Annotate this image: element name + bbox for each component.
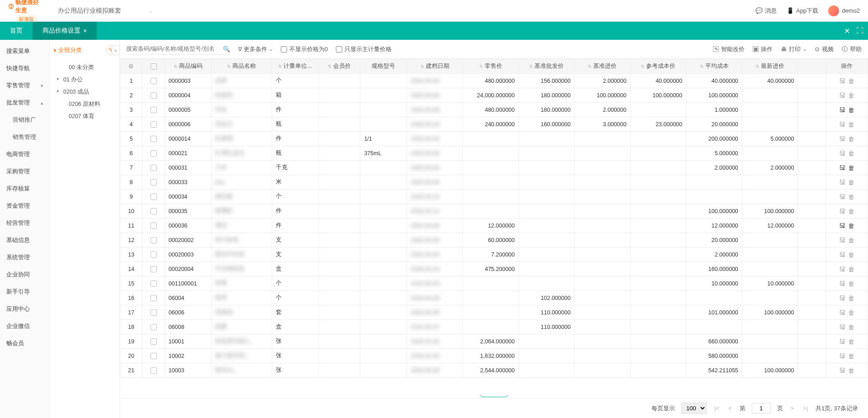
cell-latest[interactable]: 12.000000 bbox=[742, 218, 798, 233]
cell-spec[interactable] bbox=[360, 247, 407, 262]
cell-name[interactable]: 测试 bbox=[211, 218, 272, 233]
cell-unit[interactable]: 千克 bbox=[272, 161, 318, 175]
sidebar-item[interactable]: 新手引导 bbox=[0, 283, 49, 300]
cell-avgcost[interactable]: 2.000000 bbox=[686, 161, 742, 175]
cell-retail[interactable] bbox=[462, 132, 519, 146]
col-date[interactable]: 建档日期 bbox=[407, 59, 463, 74]
cell-latest[interactable] bbox=[742, 320, 798, 334]
table-row[interactable]: 9000034奥特曼个2000-00-23🖫🗑 bbox=[120, 190, 868, 204]
row-checkbox[interactable] bbox=[151, 136, 157, 142]
cell-spec[interactable] bbox=[360, 363, 407, 378]
sidebar-item[interactable]: 搜索菜单 bbox=[0, 43, 49, 60]
row-save-icon[interactable]: 🖫 bbox=[839, 77, 845, 85]
col-member[interactable]: 会员价 bbox=[318, 59, 360, 74]
cell-spec[interactable] bbox=[360, 175, 407, 190]
row-delete-icon[interactable]: 🗑 bbox=[848, 179, 854, 186]
cell-avgcost[interactable]: 160.000000 bbox=[686, 262, 742, 276]
row-save-icon[interactable]: 🖫 bbox=[839, 266, 845, 273]
cell-unit[interactable]: 张 bbox=[272, 349, 318, 363]
table-row[interactable]: 2010002扬力复印纸...张2000-00-051,632.00000058… bbox=[120, 349, 868, 363]
cell-refcost[interactable] bbox=[630, 349, 686, 363]
cell-date[interactable]: 2000-00-00 bbox=[407, 305, 463, 320]
cell-name[interactable]: 大米 bbox=[211, 161, 272, 175]
cell-code[interactable]: 000035 bbox=[165, 204, 211, 218]
cell-purchase[interactable]: 3.000000 bbox=[575, 117, 631, 132]
cell-member[interactable] bbox=[318, 305, 360, 320]
cell-date[interactable]: 2020-00-07 bbox=[407, 320, 463, 334]
cell-unit[interactable]: 个 bbox=[272, 276, 318, 291]
cell-latest[interactable]: 40.000000 bbox=[742, 74, 798, 88]
table-row[interactable]: 10000035玻璃杯件2000-00-13100.000000100.0000… bbox=[120, 204, 868, 218]
col-ops[interactable]: 操作 bbox=[826, 59, 868, 74]
sidebar-subitem[interactable]: 销售管理 bbox=[0, 128, 49, 146]
col-refcost[interactable]: 参考成本价 bbox=[630, 59, 686, 74]
cell-member[interactable] bbox=[318, 103, 360, 117]
cell-purchase[interactable] bbox=[575, 132, 631, 146]
row-checkbox[interactable] bbox=[151, 179, 157, 185]
row-checkbox[interactable] bbox=[151, 92, 157, 99]
row-checkbox[interactable] bbox=[151, 324, 157, 330]
cell-avgcost[interactable]: 101.000000 bbox=[686, 305, 742, 320]
col-pad[interactable] bbox=[798, 59, 826, 74]
sidebar-item[interactable]: 企业微信 bbox=[0, 318, 49, 335]
cell-name[interactable]: 扬力复印纸... bbox=[211, 349, 272, 363]
cell-spec[interactable] bbox=[360, 74, 407, 88]
cell-refcost[interactable]: 100.000000 bbox=[630, 88, 686, 103]
cell-spec[interactable] bbox=[360, 88, 407, 103]
row-save-icon[interactable]: 🖫 bbox=[839, 338, 845, 345]
cell-retail[interactable]: 480.000000 bbox=[462, 103, 519, 117]
row-delete-icon[interactable]: 🗑 bbox=[848, 338, 854, 345]
cell-whole[interactable] bbox=[519, 247, 575, 262]
cell-retail[interactable] bbox=[462, 276, 519, 291]
cell-whole[interactable]: 102.000000 bbox=[519, 291, 575, 305]
cell-name[interactable]: 红酒礼盒品 bbox=[211, 146, 272, 161]
cell-refcost[interactable] bbox=[630, 276, 686, 291]
row-save-icon[interactable]: 🖫 bbox=[839, 208, 845, 215]
cell-avgcost[interactable] bbox=[686, 291, 742, 305]
row-save-icon[interactable]: 🖫 bbox=[839, 106, 845, 114]
cell-purchase[interactable] bbox=[575, 262, 631, 276]
cell-whole[interactable] bbox=[519, 363, 575, 378]
table-row[interactable]: 40000006洗发水瓶2000-00-00240.000000160.0000… bbox=[120, 117, 868, 132]
cell-purchase[interactable] bbox=[575, 175, 631, 190]
cell-refcost[interactable] bbox=[630, 233, 686, 247]
cell-latest[interactable]: 100.000000 bbox=[742, 363, 798, 378]
cell-refcost[interactable] bbox=[630, 161, 686, 175]
row-save-icon[interactable]: 🖫 bbox=[839, 92, 845, 99]
cell-code[interactable]: 000036 bbox=[165, 218, 211, 233]
cell-whole[interactable] bbox=[519, 175, 575, 190]
cell-purchase[interactable]: 2.000000 bbox=[575, 103, 631, 117]
cell-purchase[interactable] bbox=[575, 204, 631, 218]
tree-node[interactable]: 00 未分类 bbox=[53, 62, 116, 74]
cell-date[interactable]: 2000-00-13 bbox=[407, 204, 463, 218]
cell-spec[interactable] bbox=[360, 320, 407, 334]
row-save-icon[interactable]: 🖫 bbox=[839, 367, 845, 374]
cell-retail[interactable] bbox=[462, 320, 519, 334]
row-delete-icon[interactable]: 🗑 bbox=[848, 352, 854, 360]
cell-unit[interactable]: 件 bbox=[272, 218, 318, 233]
row-checkbox[interactable] bbox=[151, 353, 157, 359]
cell-code[interactable]: 000021 bbox=[165, 146, 211, 161]
cell-spec[interactable]: 375mL bbox=[360, 146, 407, 161]
account-dropdown-icon[interactable]: ⌄ bbox=[148, 7, 153, 14]
sidebar-item[interactable]: 基础信息 bbox=[0, 232, 49, 249]
cell-refcost[interactable]: 23.000000 bbox=[630, 117, 686, 132]
table-row[interactable]: 20000004收据纸箱2000-00-0824,000.000000180.0… bbox=[120, 88, 868, 103]
row-save-icon[interactable]: 🖫 bbox=[839, 309, 845, 316]
col-latest[interactable]: 最新进价 bbox=[742, 59, 798, 74]
cell-code[interactable]: 000034 bbox=[165, 190, 211, 204]
search-icon[interactable]: 🔍 bbox=[223, 46, 230, 52]
row-delete-icon[interactable]: 🗑 bbox=[848, 222, 854, 229]
row-save-icon[interactable]: 🖫 bbox=[839, 323, 845, 331]
row-save-icon[interactable]: 🖫 bbox=[839, 121, 845, 128]
cell-avgcost[interactable]: 1.000000 bbox=[686, 103, 742, 117]
cell-date[interactable]: 2000-00-23 bbox=[407, 190, 463, 204]
cell-date[interactable]: 2000-00-00 bbox=[407, 175, 463, 190]
pager-first-icon[interactable]: |< bbox=[713, 405, 721, 412]
cell-date[interactable]: 2000-00-05 bbox=[407, 363, 463, 378]
row-checkbox[interactable] bbox=[151, 338, 157, 345]
cell-whole[interactable] bbox=[519, 233, 575, 247]
cell-latest[interactable] bbox=[742, 117, 798, 132]
row-save-icon[interactable]: 🖫 bbox=[839, 179, 845, 186]
cell-avgcost[interactable]: 200.000000 bbox=[686, 132, 742, 146]
